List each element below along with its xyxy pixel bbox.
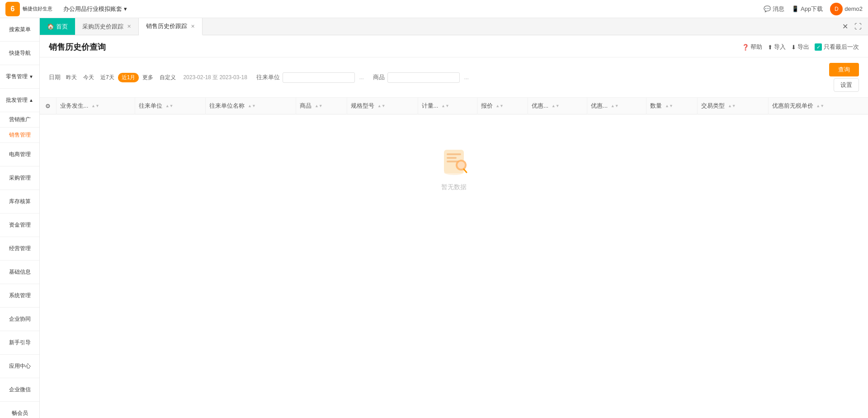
sort-icon: ▲▼	[91, 104, 99, 108]
sort-icon: ▲▼	[315, 104, 323, 108]
sidebar: 搜索菜单 快捷导航 零售管理 ▼ 批发管理 ▲ 营销推广 销售管理 电商管理 采…	[0, 18, 40, 418]
sidebar-item-sales-mgmt[interactable]: 销售管理	[0, 128, 39, 143]
table-col-price[interactable]: 报价 ▲▼	[477, 98, 528, 114]
tab-home-label: 首页	[56, 23, 68, 31]
sidebar-item-member[interactable]: 畅会员	[0, 402, 39, 418]
import-btn[interactable]: ⬆ 导入	[768, 43, 786, 51]
sidebar-item-retail-mgmt[interactable]: 零售管理 ▼	[0, 65, 39, 89]
table-col-spec[interactable]: 规格型号 ▲▼	[347, 98, 418, 114]
chevron-down-icon: ▼	[29, 74, 33, 79]
only-last-checkbox[interactable]: ✓ 只看最后一次	[815, 43, 859, 51]
sidebar-item-label: 新手引导	[9, 339, 31, 347]
table-col-discount2[interactable]: 优惠... ▲▼	[587, 98, 646, 114]
sidebar-item-new-guide[interactable]: 新手引导	[0, 331, 39, 355]
table-col-gear[interactable]: ⚙	[40, 98, 56, 114]
export-label: 导出	[797, 43, 809, 51]
query-button[interactable]: 查询	[829, 63, 859, 76]
goods-input[interactable]	[387, 72, 460, 83]
table-col-goods[interactable]: 商品 ▲▼	[296, 98, 347, 114]
tab-sales-history-close[interactable]: ✕	[191, 24, 195, 29]
sidebar-item-label: 搜索菜单	[9, 26, 31, 33]
table-container: ⚙ 业务发生... ▲▼ 往来单位 ▲▼ 往来单位名称	[40, 98, 868, 418]
app-download-btn[interactable]: 📱 App下载	[792, 5, 823, 13]
sidebar-item-label: 库存核算	[9, 198, 31, 205]
table-col-discount1[interactable]: 优惠... ▲▼	[528, 98, 587, 114]
tab-sales-history[interactable]: 销售历史价跟踪 ✕	[139, 18, 203, 35]
partner-dots: ...	[359, 74, 364, 81]
empty-text: 暂无数据	[441, 183, 467, 191]
table-col-quantity[interactable]: 数量 ▲▼	[646, 98, 698, 114]
sidebar-item-quick-nav[interactable]: 快捷导航	[0, 42, 39, 65]
sidebar-item-search-menu[interactable]: 搜索菜单	[0, 18, 39, 42]
topbar-right: 💬 消息 📱 App下载 D demo2	[764, 3, 863, 15]
date-label: 日期	[49, 73, 61, 81]
tab-purchase-history-close[interactable]: ✕	[127, 24, 131, 29]
table-col-pre-tax-price[interactable]: 优惠前无税单价 ▲▼	[768, 98, 868, 114]
sort-icon: ▲▼	[728, 104, 736, 108]
svg-line-7	[464, 169, 467, 172]
tab-sales-history-label: 销售历史价跟踪	[146, 22, 187, 30]
sort-icon: ▲▼	[816, 104, 824, 108]
sidebar-item-label: 资金管理	[9, 221, 31, 229]
sidebar-item-inventory-check[interactable]: 库存核算	[0, 190, 39, 214]
sidebar-item-label: 快捷导航	[9, 49, 31, 57]
sidebar-item-label: 企业协同	[9, 315, 31, 323]
logo-text: 畅捷信好生意	[23, 5, 52, 12]
table-col-biz-date[interactable]: 业务发生... ▲▼	[56, 98, 135, 114]
only-last-label: 只看最后一次	[824, 43, 859, 51]
sidebar-item-wholesale-mgmt[interactable]: 批发管理 ▲	[0, 89, 39, 112]
gear-icon[interactable]: ⚙	[45, 103, 51, 109]
sidebar-item-purchase-mgmt[interactable]: 采购管理	[0, 166, 39, 190]
partner-input[interactable]	[283, 72, 355, 83]
help-btn[interactable]: ❓ 帮助	[742, 43, 762, 51]
date-custom-btn[interactable]: 自定义	[157, 73, 179, 82]
sidebar-item-basic-info[interactable]: 基础信息	[0, 261, 39, 284]
user-label: demo2	[844, 5, 863, 12]
empty-icon	[436, 142, 472, 178]
sidebar-item-ecommerce-mgmt[interactable]: 电商管理	[0, 143, 39, 166]
message-btn[interactable]: 💬 消息	[764, 5, 784, 13]
maximize-btn[interactable]: ⛶	[853, 21, 863, 33]
sort-icon: ▲▼	[441, 104, 449, 108]
sidebar-item-enterprise-collab[interactable]: 企业协同	[0, 308, 39, 331]
sidebar-item-label: 企业微信	[9, 386, 31, 394]
checkbox-icon: ✓	[815, 43, 822, 51]
close-tab-btn[interactable]: ✕	[840, 20, 850, 33]
sidebar-item-enterprise-wechat[interactable]: 企业微信	[0, 378, 39, 402]
filter-actions: 查询 设置	[829, 63, 859, 92]
date-range-text: 2023-02-18 至 2023-03-18	[183, 74, 247, 81]
tab-home[interactable]: 🏠 首页	[40, 18, 75, 35]
date-today-btn[interactable]: 今天	[80, 73, 97, 82]
sidebar-item-app-center[interactable]: 应用中心	[0, 355, 39, 378]
date-more-btn[interactable]: 更多	[140, 73, 156, 82]
page-actions: ❓ 帮助 ⬆ 导入 ⬇ 导出 ✓ 只看最后一次	[742, 43, 859, 51]
sidebar-item-system-mgmt[interactable]: 系统管理	[0, 284, 39, 308]
sidebar-item-fund-mgmt[interactable]: 资金管理	[0, 214, 39, 237]
sidebar-item-label: 批发管理	[6, 96, 28, 104]
tab-purchase-history-label: 采购历史价跟踪	[82, 23, 123, 31]
table-col-unit[interactable]: 计量... ▲▼	[418, 98, 477, 114]
table-col-partner-code[interactable]: 往来单位 ▲▼	[135, 98, 206, 114]
logo: 6 畅捷信好生意	[5, 2, 52, 16]
sidebar-item-biz-mgmt[interactable]: 经营管理	[0, 237, 39, 261]
page-content: 销售历史价查询 ❓ 帮助 ⬆ 导入 ⬇ 导出 ✓	[40, 35, 868, 418]
sidebar-item-label: 销售管理	[9, 131, 31, 139]
tab-bar-actions: ✕ ⛶	[836, 18, 868, 35]
topbar: 6 畅捷信好生意 办公用品行业模拟账套 ▾ 💬 消息 📱 App下载 D dem…	[0, 0, 868, 18]
sort-icon: ▲▼	[611, 104, 619, 108]
sidebar-item-marketing-promo[interactable]: 营销推广	[0, 112, 39, 128]
tab-purchase-history[interactable]: 采购历史价跟踪 ✕	[75, 18, 139, 35]
date-yesterday-btn[interactable]: 昨天	[63, 73, 80, 82]
chevron-down-icon: ▾	[124, 5, 127, 12]
partner-label: 往来单位	[256, 73, 280, 81]
date-last7days-btn[interactable]: 近7天	[98, 73, 117, 82]
date-last1month-btn[interactable]: 近1月	[118, 73, 139, 82]
import-icon: ⬆	[768, 44, 773, 51]
user-menu[interactable]: D demo2	[830, 3, 863, 15]
table-col-trade-type[interactable]: 交易类型 ▲▼	[698, 98, 768, 114]
table-col-partner-name[interactable]: 往来单位名称 ▲▼	[206, 98, 296, 114]
page-header: 销售历史价查询 ❓ 帮助 ⬆ 导入 ⬇ 导出 ✓	[40, 35, 868, 57]
export-btn[interactable]: ⬇ 导出	[791, 43, 809, 51]
account-selector[interactable]: 办公用品行业模拟账套 ▾	[60, 3, 131, 15]
settings-button[interactable]: 设置	[834, 78, 859, 92]
